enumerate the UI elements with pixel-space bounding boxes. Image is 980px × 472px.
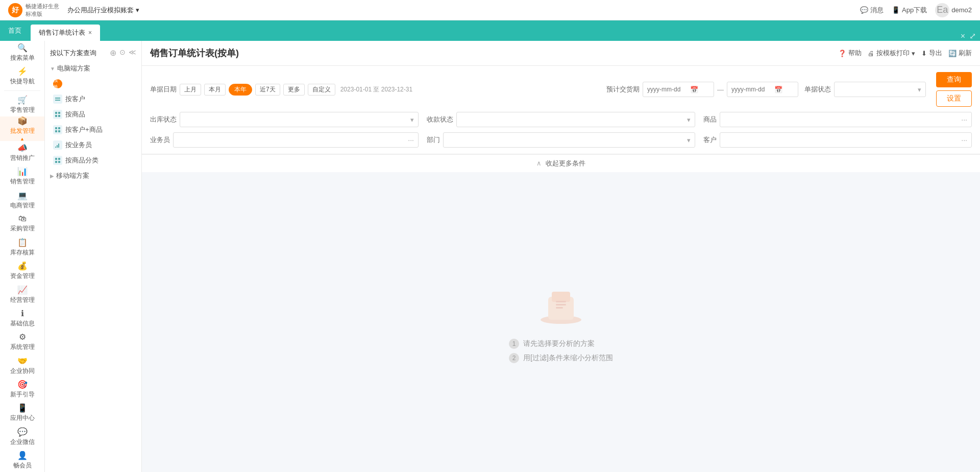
app-selector[interactable]: 办公用品行业模拟账套 ▾	[67, 6, 139, 15]
add-scheme-icon[interactable]: ⊕	[110, 48, 116, 58]
sidebar-item-search[interactable]: 🔍 搜索菜单	[0, 41, 44, 64]
scheme-by-category[interactable]: 按商品分类	[45, 153, 141, 168]
top-bar: 好 畅捷通好生意 标准版 办公用品行业模拟账套 ▾ 💬 消息 📱 App下载 E…	[0, 0, 980, 20]
sidebar-item-quicknav[interactable]: ⚡ 快捷导航	[0, 64, 44, 88]
sidebar-item-purchase[interactable]: 🛍 采购管理	[0, 212, 44, 235]
tree-mobile-section[interactable]: ▶ 移动端方案	[45, 168, 141, 183]
refresh-btn[interactable]: 🔄 刷新	[948, 49, 972, 58]
sidebar-item-retail[interactable]: 🛒 零售管理	[0, 93, 44, 116]
expected-date-end[interactable]: 📅	[727, 82, 798, 97]
date-btn-more[interactable]: 更多	[283, 84, 305, 96]
ship-status-label: 出库状态	[150, 115, 177, 124]
scheme-by-salesman-icon	[53, 140, 62, 150]
svg-rect-13	[55, 158, 57, 160]
doc-status-label: 单据状态	[804, 85, 831, 94]
purchase-icon: 🛍	[18, 214, 27, 223]
scheme-by-customer[interactable]: 按客户	[45, 91, 141, 107]
sidebar-item-system[interactable]: ⚙ 系统管理	[0, 330, 44, 353]
salesman-group: 业务员 ···	[150, 132, 419, 148]
scheme-by-salesman[interactable]: 按业务员	[45, 137, 141, 153]
tab-close-icon[interactable]: ×	[88, 29, 92, 36]
expected-date-start[interactable]: 📅	[643, 82, 714, 97]
sidebar-item-marketing[interactable]: 📣 营销推广	[0, 141, 44, 164]
close-window-icon[interactable]: ×	[961, 32, 965, 41]
collapse-panel-icon[interactable]: ≪	[129, 48, 136, 58]
avatar: Ea	[935, 3, 949, 17]
date-btn-lastmonth[interactable]: 上月	[180, 84, 201, 96]
main-layout: 🔍 搜索菜单 ⚡ 快捷导航 🛒 零售管理 📦 批发管理 ▲ 📣 营销推广 📊 销…	[0, 41, 980, 472]
filter-area: 单据日期 上月 本月 本年 近7天 更多 自定义 2023-01-01 至 20…	[142, 66, 980, 154]
customer-select[interactable]: ···	[720, 132, 972, 148]
finance-icon: 💰	[17, 261, 28, 271]
svg-rect-14	[58, 158, 60, 160]
help-btn[interactable]: ❓ 帮助	[838, 49, 862, 58]
export-btn[interactable]: ⬇ 导出	[921, 49, 942, 58]
refresh-icon: 🔄	[948, 50, 957, 57]
left-panel: 按以下方案查询 ⊕ ⊙ ≪ ▼ 电脑端方案 按单 按客户	[45, 41, 142, 472]
set-button[interactable]: 设置	[936, 90, 972, 107]
pay-status-select[interactable]: ▾	[456, 112, 695, 127]
expected-date-end-input[interactable]	[731, 86, 772, 93]
goods-label: 商品	[703, 115, 717, 124]
sidebar-item-wholesale[interactable]: 📦 批发管理 ▲	[0, 116, 44, 141]
collapse-bar[interactable]: ∧ 收起更多条件	[142, 154, 980, 172]
tree-collapse-icon: ▶	[50, 173, 54, 179]
date-btn-custom[interactable]: 自定义	[308, 84, 335, 96]
date-btn-thisyear[interactable]: 本年	[229, 84, 252, 96]
tree-pc-section[interactable]: ▼ 电脑端方案	[45, 61, 141, 76]
print-btn[interactable]: 🖨 按模板打印 ▾	[868, 49, 915, 58]
ecommerce-icon: 💻	[17, 191, 28, 200]
left-panel-icons: ⊕ ⊙ ≪	[110, 48, 136, 58]
pay-status-chevron-icon: ▾	[687, 116, 691, 124]
member-icon: 👤	[17, 451, 28, 460]
scheme-by-goods[interactable]: 按商品	[45, 107, 141, 122]
tab-home[interactable]: 首页	[0, 20, 30, 41]
user-avatar[interactable]: Ea demo2	[935, 3, 972, 17]
date-btn-7days[interactable]: 近7天	[255, 84, 280, 96]
sidebar-item-basics[interactable]: ℹ 基础信息	[0, 306, 44, 330]
scheme-by-order[interactable]: 按单	[45, 76, 141, 91]
sidebar-item-collab[interactable]: 🤝 企业协同	[0, 354, 44, 377]
hint-num-1: 1	[509, 339, 519, 349]
pay-status-group: 收款状态 ▾	[427, 112, 695, 127]
quicknav-icon: ⚡	[17, 66, 28, 76]
collab-icon: 🤝	[17, 356, 28, 366]
scheme-by-category-icon	[53, 156, 62, 165]
query-button[interactable]: 查询	[936, 72, 972, 87]
sidebar-item-sales[interactable]: 📊 销售管理	[0, 164, 44, 188]
sidebar-item-inventory[interactable]: 📋 库存核算	[0, 235, 44, 259]
pay-status-label: 收款状态	[427, 115, 453, 124]
sidebar-item-member[interactable]: 👤 畅会员	[0, 449, 44, 472]
app-download-btn[interactable]: 📱 App下载	[892, 6, 927, 15]
sidebar-item-appcenter[interactable]: 📱 应用中心	[0, 401, 44, 424]
dept-select[interactable]: ▾	[443, 132, 695, 148]
maximize-icon[interactable]: ⤢	[969, 31, 976, 41]
date-btn-thismonth[interactable]: 本月	[204, 84, 226, 96]
message-btn[interactable]: 💬 消息	[860, 6, 884, 15]
doc-status-select[interactable]: ▾	[834, 82, 926, 97]
sidebar-item-guide[interactable]: 🎯 新手引导	[0, 377, 44, 401]
help-icon: ❓	[838, 50, 846, 57]
ship-status-select[interactable]: ▾	[180, 112, 419, 127]
salesman-select[interactable]: ···	[173, 132, 419, 148]
svg-rect-21	[556, 301, 566, 302]
expected-date-start-input[interactable]	[647, 86, 688, 93]
dept-group: 部门 ▾	[427, 132, 695, 148]
left-panel-header: 按以下方案查询 ⊕ ⊙ ≪	[45, 45, 141, 61]
doc-status-group: 单据状态 ▾	[804, 82, 926, 97]
sidebar-item-operations[interactable]: 📈 经营管理	[0, 283, 44, 306]
sidebar-item-finance[interactable]: 💰 资金管理	[0, 259, 44, 282]
scheme-by-customer-goods[interactable]: 按客户+商品	[45, 122, 141, 137]
edit-scheme-icon[interactable]: ⊙	[119, 48, 126, 58]
tree-expand-icon: ▼	[50, 66, 55, 72]
tab-bar: 首页 销售订单统计表 × × ⤢	[0, 20, 980, 41]
goods-group: 商品 ···	[703, 112, 972, 127]
left-panel-title: 按以下方案查询	[50, 49, 96, 58]
sidebar-item-wechat[interactable]: 💬 企业微信	[0, 424, 44, 448]
svg-rect-16	[58, 161, 60, 163]
tab-sales-stat[interactable]: 销售订单统计表 ×	[31, 25, 100, 41]
message-icon: 💬	[860, 6, 868, 14]
sidebar-item-ecommerce[interactable]: 💻 电商管理	[0, 188, 44, 211]
svg-rect-1	[55, 100, 60, 101]
goods-select[interactable]: ···	[720, 112, 972, 127]
